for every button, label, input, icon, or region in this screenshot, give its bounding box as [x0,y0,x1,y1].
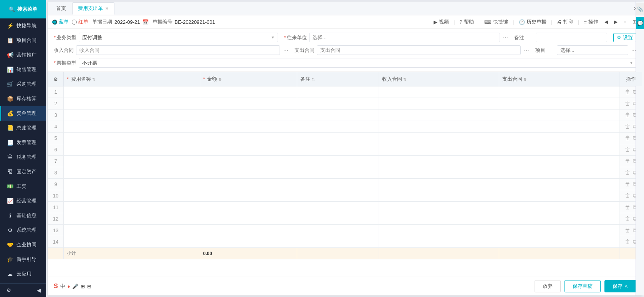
cell-note-12[interactable] [297,213,379,225]
cell-income-contract-10[interactable] [379,190,499,202]
cell-amount-4[interactable] [200,121,297,133]
cell-expense-contract-8[interactable] [499,167,619,179]
tab-expense-bill[interactable]: 费用支出单 ✕ [72,2,114,15]
sidebar-item-tax-mgmt[interactable]: 🏛税务管理 [0,150,46,164]
delete-icon-14[interactable]: 🗑 [625,239,630,245]
cell-expense-name-11[interactable] [64,202,200,213]
sidebar-item-new-guide[interactable]: 🎓新手引导 [0,252,46,267]
sidebar-item-sys-mgmt[interactable]: ⚙系统管理 [0,223,46,237]
sidebar-item-payroll[interactable]: 💵工资 [0,179,46,194]
income-contract-input[interactable] [76,45,280,55]
cell-amount-1[interactable] [200,86,297,98]
cell-note-1[interactable] [297,86,379,98]
grid2-icon[interactable]: ⊟ [87,284,91,289]
sidebar-item-invoice-mgmt[interactable]: 🧾发票管理 [0,135,46,150]
chinese-input-icon[interactable]: 中 [60,283,65,290]
cell-amount-13[interactable] [200,225,297,236]
print-btn[interactable]: 🖨 打印 [555,18,575,26]
sidebar-item-quick-nav[interactable]: ⚡快捷导航 [0,18,46,33]
cell-amount-12[interactable] [200,213,297,225]
cell-note-13[interactable] [297,225,379,236]
save-draft-button[interactable]: 保存草稿 [565,280,601,292]
cell-note-3[interactable] [297,110,379,121]
sidebar-item-basic-info[interactable]: ℹ基础信息 [0,208,46,223]
delete-icon-10[interactable]: 🗑 [625,192,630,199]
discard-button[interactable]: 放弃 [535,280,561,292]
cell-expense-contract-14[interactable] [499,236,619,248]
cell-amount-11[interactable] [200,202,297,213]
sidebar-item-sales-mgmt[interactable]: 📊销售管理 [0,62,46,77]
cell-income-contract-8[interactable] [379,167,499,179]
cell-income-contract-11[interactable] [379,202,499,213]
sidebar-item-operations[interactable]: 📈经营管理 [0,194,46,208]
cell-expense-contract-11[interactable] [499,202,619,213]
cell-expense-name-7[interactable] [64,156,200,167]
cell-note-14[interactable] [297,236,379,248]
cell-expense-name-8[interactable] [64,167,200,179]
grid-icon[interactable]: ⊞ [81,284,85,289]
cell-amount-3[interactable] [200,110,297,121]
radio-blue-input[interactable] [52,20,57,25]
cell-expense-name-9[interactable] [64,179,200,190]
income-contract-dots[interactable]: ··· [283,47,288,54]
nav-prev-btn[interactable]: ◀ [603,18,609,25]
invoice-type-select[interactable]: 不开票 [79,58,636,68]
cell-amount-6[interactable] [200,144,297,156]
sidebar-item-marketing[interactable]: 📢营销推广 [0,48,46,62]
cell-note-8[interactable] [297,167,379,179]
cell-expense-contract-3[interactable] [499,110,619,121]
cell-income-contract-5[interactable] [379,133,499,144]
sidebar-item-enterprise[interactable]: 🤝企业协同 [0,237,46,252]
delete-icon-1[interactable]: 🗑 [625,89,630,95]
expense-contract-dots[interactable]: ··· [524,47,529,54]
biz-type-select[interactable]: 应付调整 [79,33,278,42]
cell-note-4[interactable] [297,121,379,133]
cell-expense-contract-5[interactable] [499,133,619,144]
cell-expense-contract-12[interactable] [499,213,619,225]
operation-btn[interactable]: ≡ 操作 [582,18,600,26]
delete-icon-5[interactable]: 🗑 [625,135,630,141]
cell-expense-contract-9[interactable] [499,179,619,190]
cell-income-contract-6[interactable] [379,144,499,156]
delete-icon-2[interactable]: 🗑 [625,100,630,106]
radio-red[interactable]: 红单 [72,18,88,25]
sidebar-item-inventory[interactable]: 📦库存核算 [0,91,46,106]
th-config[interactable]: ⚙ [48,72,64,86]
cell-expense-name-2[interactable] [64,98,200,110]
tab-home[interactable]: 首页 [51,3,71,14]
calendar-icon[interactable]: 📅 [142,19,149,25]
counterpart-input[interactable] [309,33,500,42]
radio-blue[interactable]: 蓝单 [52,18,69,25]
expense-contract-input[interactable] [317,45,521,55]
project-input[interactable] [557,45,628,55]
cell-expense-contract-6[interactable] [499,144,619,156]
delete-icon-3[interactable]: 🗑 [625,112,630,118]
tab-close-btn[interactable]: ✕ [105,6,109,11]
shortcut-btn[interactable]: ⌨ 快捷键 [483,18,510,26]
cell-expense-name-5[interactable] [64,133,200,144]
cell-note-5[interactable] [297,133,379,144]
delete-icon-13[interactable]: 🗑 [625,227,630,233]
delete-icon-9[interactable]: 🗑 [625,181,630,187]
cell-income-contract-13[interactable] [379,225,499,236]
cell-expense-name-13[interactable] [64,225,200,236]
delete-icon-11[interactable]: 🗑 [625,204,630,210]
cell-expense-contract-2[interactable] [499,98,619,110]
sidebar-item-fixed-assets[interactable]: 🏗固定资产 [0,164,46,179]
sidebar-item-project-contract[interactable]: 📋项目合同 [0,33,46,48]
ruby-icon[interactable]: ♦ [68,284,70,289]
cell-amount-2[interactable] [200,98,297,110]
counterpart-dots[interactable]: ··· [503,34,508,41]
cell-expense-contract-7[interactable] [499,156,619,167]
cell-amount-5[interactable] [200,133,297,144]
help-btn[interactable]: ? 帮助 [458,18,475,26]
delete-icon-12[interactable]: 🗑 [625,216,630,222]
sidebar-search[interactable]: 🔍 搜索菜单 [0,0,46,18]
video-btn[interactable]: ▶ 视频 [432,18,450,26]
th-expense-contract[interactable]: 支出合同 [499,72,619,86]
cell-note-11[interactable] [297,202,379,213]
right-tab-attach[interactable]: 📎 [636,3,644,15]
cell-expense-name-4[interactable] [64,121,200,133]
sidebar-item-purchase-mgmt[interactable]: 🛒采购管理 [0,77,46,91]
cell-expense-name-12[interactable] [64,213,200,225]
